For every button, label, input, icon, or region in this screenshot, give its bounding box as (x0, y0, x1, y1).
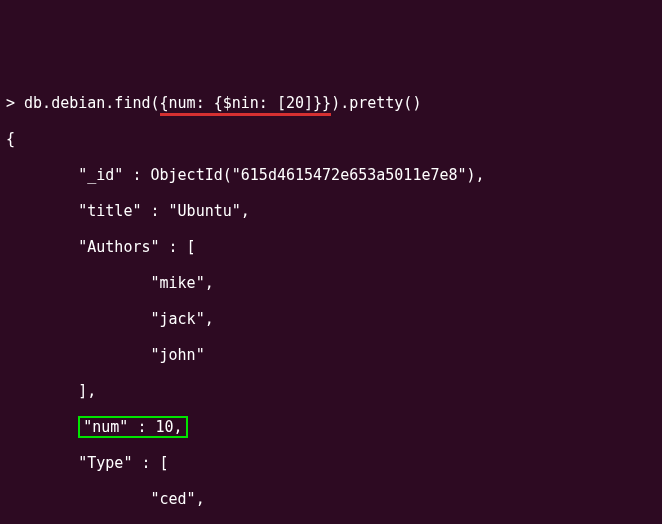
doc-author-item: "mike", (6, 274, 656, 292)
doc-num-line: "num" : 10, (6, 418, 656, 436)
terminal-output: > db.debian.find({num: {$nin: [20]}}).pr… (6, 76, 656, 524)
cmd-highlight: {num: {$nin: [20]}} (160, 94, 332, 116)
command-line[interactable]: > db.debian.find({num: {$nin: [20]}}).pr… (6, 94, 656, 112)
doc-authors-open: "Authors" : [ (6, 238, 656, 256)
doc-authors-close: ], (6, 382, 656, 400)
doc-title: "title" : "Ubuntu", (6, 202, 656, 220)
num-highlight: "num" : 10, (78, 416, 187, 438)
cmd-suffix: ).pretty() (331, 94, 421, 112)
doc-type-open: "Type" : [ (6, 454, 656, 472)
cmd-prefix: db.debian.find( (24, 94, 159, 112)
doc-author-item: "jack", (6, 310, 656, 328)
doc-author-item: "john" (6, 346, 656, 364)
doc-id: "_id" : ObjectId("615d4615472e653a5011e7… (6, 166, 656, 184)
doc-type-item: "ced", (6, 490, 656, 508)
doc-open: { (6, 130, 656, 148)
prompt-symbol: > (6, 94, 24, 112)
